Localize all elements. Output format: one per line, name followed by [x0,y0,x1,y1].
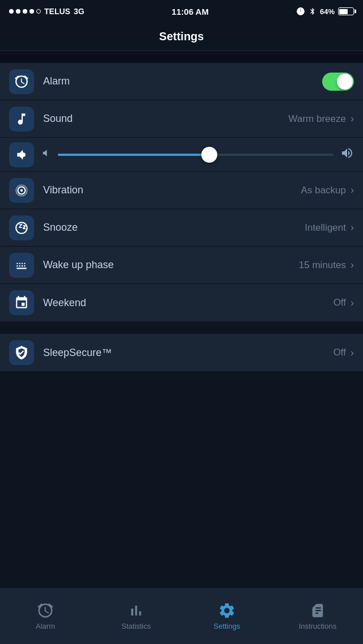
weekend-label: Weekend [43,297,334,309]
alarm-toggle[interactable] [322,73,354,91]
battery-icon [338,7,354,15]
settings-section-main: Alarm Sound Warm breeze › [0,62,363,322]
wakeup-value: 15 minutes [299,260,346,271]
sound-chevron: › [351,113,354,125]
vibration-icon [14,183,29,198]
page-title: Settings [159,30,204,43]
sleep-secure-chevron: › [351,347,354,359]
volume-row[interactable] [0,138,363,172]
volume-icon-box [9,142,34,167]
wakeup-row[interactable]: Wake up phase 15 minutes › [0,247,363,284]
network: 3G [74,7,85,16]
vol-high-icon [340,146,354,163]
snooze-row[interactable]: Snooze Intelligent › [0,209,363,247]
weekend-chevron: › [351,297,354,309]
dot4 [29,9,34,14]
alarm-row[interactable]: Alarm [0,63,363,100]
snooze-icon [14,221,29,235]
tab-statistics-icon [127,601,145,620]
snooze-label: Snooze [43,222,305,234]
tab-alarm-label: Alarm [36,622,55,630]
alarm-icon [14,74,29,89]
weekend-icon-box [9,290,34,315]
tab-settings-label: Settings [214,622,240,630]
svg-point-1 [20,189,23,191]
tab-instructions[interactable]: Instructions [272,588,363,644]
sleep-secure-icon-box [9,340,34,365]
bluetooth-icon [309,7,316,16]
snooze-icon-box [9,215,34,240]
vibration-row[interactable]: Vibration As backup › [0,172,363,209]
status-right: 64% [296,7,354,16]
vibration-icon-box [9,178,34,203]
sleep-secure-icon [14,345,29,360]
tab-statistics-label: Statistics [121,622,151,630]
weekend-row[interactable]: Weekend Off › [0,284,363,321]
status-bar: TELUS 3G 11:06 AM 64% [0,0,363,23]
status-time: 11:06 AM [172,7,209,16]
sound-value: Warm breeze [289,113,346,125]
alarm-icon-box [9,69,34,94]
weekend-value: Off [334,297,346,308]
wakeup-chevron: › [351,259,354,271]
sleep-secure-value: Off [334,347,346,358]
volume-slider[interactable] [58,154,334,156]
tab-bar: Alarm Statistics Settings Instructions [0,587,363,644]
tab-settings[interactable]: Settings [182,588,272,644]
tab-settings-icon [218,601,236,620]
calendar-icon [14,295,29,310]
music-icon [14,112,29,126]
sound-row[interactable]: Sound Warm breeze › [0,100,363,138]
vol-low-icon [41,148,51,161]
sound-icon-box [9,107,34,132]
volume-icon [14,147,29,162]
sleep-secure-section: SleepSecure™ Off › [0,333,363,372]
snooze-chevron: › [351,222,354,234]
dot3 [23,9,27,14]
tab-alarm[interactable]: Alarm [0,588,91,644]
tab-statistics[interactable]: Statistics [91,588,182,644]
sound-label: Sound [43,113,289,125]
alarm-status-icon [296,7,305,16]
main-content: Alarm Sound Warm breeze › [0,51,363,587]
slider-thumb[interactable] [201,147,217,163]
vibration-label: Vibration [43,184,301,196]
top-spacer [0,51,363,62]
sleep-secure-row[interactable]: SleepSecure™ Off › [0,334,363,371]
dot5 [36,9,41,14]
alarm-label: Alarm [43,75,322,87]
nav-header: Settings [0,23,363,51]
signal-dots [9,9,41,14]
sleep-secure-label: SleepSecure™ [43,347,334,359]
status-left: TELUS 3G [9,7,85,16]
dot2 [16,9,20,14]
snooze-value: Intelligent [305,222,346,234]
wakeup-label: Wake up phase [43,259,299,271]
slider-fill [58,154,209,156]
tab-instructions-label: Instructions [299,622,336,630]
wakeup-icon-box [9,253,34,278]
toggle-thumb [337,74,353,90]
dot1 [9,9,14,14]
tab-instructions-icon [309,601,327,620]
wakeup-icon [14,258,29,273]
carrier: TELUS [44,7,70,16]
tab-alarm-icon [36,601,54,620]
battery-percent: 64% [320,7,335,16]
vibration-chevron: › [351,184,354,196]
vibration-value: As backup [301,185,346,196]
